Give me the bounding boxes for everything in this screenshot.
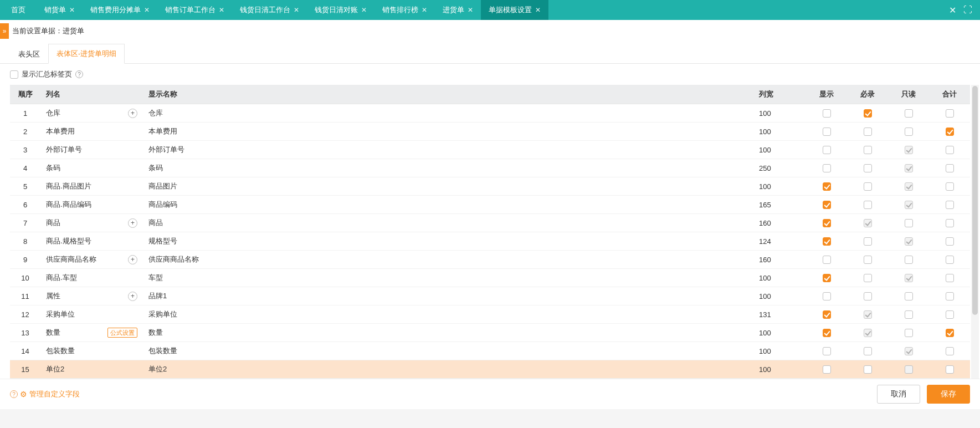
cell-display[interactable]: 单位2	[143, 360, 753, 379]
cell-width[interactable]: 160	[753, 214, 806, 232]
checkbox[interactable]	[905, 164, 913, 172]
tab-close-icon[interactable]: ✕	[294, 7, 299, 13]
checkbox[interactable]	[864, 256, 872, 264]
close-all-tabs-icon[interactable]: ✕	[945, 2, 960, 18]
table-row[interactable]: 5商品.商品图片商品图片100	[10, 177, 970, 196]
checkbox[interactable]	[905, 146, 913, 154]
table-row[interactable]: 9供应商商品名称+供应商商品名称160	[10, 251, 970, 269]
table-row[interactable]: 14包装数量包装数量100	[10, 342, 970, 360]
checkbox[interactable]	[823, 274, 831, 282]
checkbox[interactable]	[823, 182, 831, 191]
checkbox[interactable]	[905, 201, 913, 209]
checkbox[interactable]	[946, 292, 954, 300]
checkbox[interactable]	[905, 310, 913, 319]
checkbox[interactable]	[946, 109, 954, 118]
checkbox[interactable]	[946, 237, 954, 246]
checkbox[interactable]	[905, 219, 913, 227]
checkbox[interactable]	[905, 329, 913, 337]
top-tab[interactable]: 进货单✕	[435, 0, 481, 20]
cell-width[interactable]: 160	[753, 251, 806, 269]
checkbox[interactable]	[823, 256, 831, 264]
checkbox[interactable]	[864, 365, 872, 374]
table-row[interactable]: 1仓库+仓库100	[10, 104, 970, 123]
cell-display[interactable]: 条码	[143, 159, 753, 177]
checkbox[interactable]	[905, 274, 913, 282]
top-tab[interactable]: 钱货日清工作台✕	[232, 0, 307, 20]
checkbox[interactable]	[823, 365, 831, 374]
checkbox[interactable]	[946, 256, 954, 264]
checkbox[interactable]	[946, 146, 954, 154]
cancel-button[interactable]: 取消	[877, 385, 920, 404]
tab-close-icon[interactable]: ✕	[219, 7, 224, 13]
table-row[interactable]: 15单位2单位2100	[10, 360, 970, 379]
cell-width[interactable]: 100	[753, 287, 806, 305]
checkbox[interactable]	[864, 310, 872, 319]
checkbox[interactable]	[823, 292, 831, 300]
sub-tab[interactable]: 表体区-进货单明细	[48, 44, 125, 64]
checkbox[interactable]	[905, 237, 913, 246]
cell-display[interactable]: 外部订单号	[143, 141, 753, 159]
cell-display[interactable]: 本单费用	[143, 123, 753, 141]
formula-setting-tag[interactable]: 公式设置	[107, 328, 137, 338]
cell-width[interactable]: 100	[753, 177, 806, 196]
table-row[interactable]: 11属性+品牌1100	[10, 287, 970, 305]
cell-width[interactable]: 100	[753, 324, 806, 342]
top-tab[interactable]: 销货单✕	[37, 0, 83, 20]
manage-custom-fields-link[interactable]: ? ⚙ 管理自定义字段	[10, 389, 80, 399]
tab-close-icon[interactable]: ✕	[468, 7, 473, 13]
cell-width[interactable]: 100	[753, 360, 806, 379]
checkbox[interactable]	[905, 128, 913, 136]
cell-display[interactable]: 规格型号	[143, 232, 753, 251]
checkbox[interactable]	[823, 329, 831, 337]
checkbox[interactable]	[864, 329, 872, 337]
checkbox[interactable]	[946, 219, 954, 227]
checkbox[interactable]	[864, 146, 872, 154]
table-row[interactable]: 4条码条码250	[10, 159, 970, 177]
cell-display[interactable]: 商品图片	[143, 177, 753, 196]
checkbox[interactable]	[946, 128, 954, 136]
cell-display[interactable]: 仓库	[143, 104, 753, 123]
cell-display[interactable]: 商品编码	[143, 196, 753, 214]
checkbox[interactable]	[823, 146, 831, 154]
checkbox[interactable]	[864, 292, 872, 300]
checkbox[interactable]	[864, 164, 872, 172]
cell-width[interactable]: 124	[753, 232, 806, 251]
cell-width[interactable]: 100	[753, 123, 806, 141]
summary-help-icon[interactable]: ?	[75, 70, 83, 78]
checkbox[interactable]	[864, 237, 872, 246]
table-row[interactable]: 12采购单位采购单位131	[10, 305, 970, 324]
checkbox[interactable]	[823, 128, 831, 136]
checkbox[interactable]	[946, 274, 954, 282]
fullscreen-icon[interactable]: ⛶	[960, 2, 976, 18]
cell-display[interactable]: 品牌1	[143, 287, 753, 305]
checkbox[interactable]	[823, 237, 831, 246]
cell-width[interactable]: 100	[753, 342, 806, 360]
checkbox[interactable]	[864, 109, 872, 118]
checkbox[interactable]	[864, 219, 872, 227]
checkbox[interactable]	[864, 128, 872, 136]
expand-chevron-icon[interactable]: »	[0, 23, 9, 39]
cell-display[interactable]: 商品	[143, 214, 753, 232]
table-row[interactable]: 2本单费用本单费用100	[10, 123, 970, 141]
checkbox[interactable]	[823, 201, 831, 209]
checkbox[interactable]	[905, 256, 913, 264]
tab-close-icon[interactable]: ✕	[422, 7, 427, 13]
top-tab[interactable]: 单据模板设置✕	[481, 0, 548, 20]
table-row[interactable]: 6商品.商品编码商品编码165	[10, 196, 970, 214]
cell-width[interactable]: 100	[753, 104, 806, 123]
checkbox[interactable]	[905, 347, 913, 355]
top-tab[interactable]: 销售费用分摊单✕	[83, 0, 157, 20]
cell-display[interactable]: 采购单位	[143, 305, 753, 324]
checkbox[interactable]	[864, 274, 872, 282]
top-tab[interactable]: 钱货日清对账✕	[307, 0, 374, 20]
checkbox[interactable]	[823, 109, 831, 118]
checkbox[interactable]	[946, 347, 954, 355]
show-summary-checkbox[interactable]	[10, 70, 18, 79]
cell-width[interactable]: 100	[753, 141, 806, 159]
checkbox[interactable]	[864, 201, 872, 209]
checkbox[interactable]	[946, 201, 954, 209]
checkbox[interactable]	[946, 182, 954, 191]
table-row[interactable]: 8商品.规格型号规格型号124	[10, 232, 970, 251]
checkbox[interactable]	[946, 365, 954, 374]
cell-display[interactable]: 包装数量	[143, 342, 753, 360]
